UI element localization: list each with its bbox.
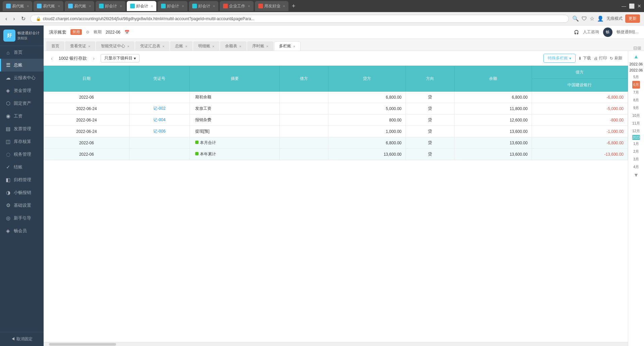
scroll-down-button[interactable]: ▼: [632, 171, 640, 180]
close-icon[interactable]: ✕: [637, 3, 641, 9]
month-item[interactable]: 2023: [632, 135, 640, 140]
tab-view-voucher[interactable]: 查看凭证 ×: [65, 41, 95, 51]
sidebar-item-assets[interactable]: ⬡ 固定资产: [0, 97, 44, 110]
voucher-link[interactable]: 记-002: [153, 106, 165, 111]
sidebar-item-invoice[interactable]: ▤ 发票管理: [0, 122, 44, 135]
sidebar-item-guide[interactable]: ◎ 新手引导: [0, 212, 44, 225]
tab-voucher-summary[interactable]: 凭证汇总表 ×: [135, 41, 169, 51]
calendar-icon[interactable]: 📅: [124, 30, 129, 35]
tab-close-multicolumn-ledger[interactable]: ×: [293, 44, 295, 48]
sidebar-item-archive[interactable]: ◧ 归档管理: [0, 174, 44, 186]
print-button[interactable]: 🖨 打印: [594, 55, 607, 61]
tab-close-5[interactable]: ×: [151, 4, 153, 8]
month-item[interactable]: 2月: [632, 148, 640, 155]
bookmark-icon[interactable]: ☆: [590, 15, 594, 22]
special-multicolumn-button[interactable]: 特殊多栏账 ▾: [543, 54, 576, 63]
scroll-up-button[interactable]: ▲: [632, 52, 640, 61]
tab-close-view-voucher[interactable]: ×: [88, 44, 90, 48]
back-button[interactable]: ‹: [4, 14, 8, 23]
tab-yonyou[interactable]: 用友好业 ×: [255, 1, 288, 11]
settings-gear-icon[interactable]: ⚙: [86, 30, 90, 35]
month-item[interactable]: 10月: [632, 112, 640, 119]
tab-haokuaiji-3[interactable]: 好会计 ×: [158, 1, 187, 11]
download-button[interactable]: ⬇ 下载: [578, 55, 591, 61]
refresh-button[interactable]: ↻ 刷新: [610, 55, 623, 61]
month-item[interactable]: 12月: [632, 127, 640, 135]
tab-close-general-ledger[interactable]: ×: [185, 44, 187, 48]
help-icon[interactable]: 🎧: [574, 30, 579, 35]
tab-haokuaiji-4[interactable]: 好会计 ×: [189, 1, 218, 11]
month-item[interactable]: 4月: [632, 163, 640, 171]
month-item[interactable]: 5月: [632, 73, 640, 81]
tab-close-3[interactable]: ×: [89, 4, 91, 8]
shield-icon[interactable]: 🛡: [582, 16, 587, 22]
expand-icon[interactable]: ⊞: [637, 45, 641, 51]
sidebar-item-expense[interactable]: ◑ 小畅报销: [0, 186, 44, 199]
tab-general-ledger[interactable]: 总账 ×: [170, 41, 192, 51]
month-item[interactable]: 6月: [632, 81, 640, 89]
tab-close-6[interactable]: ×: [182, 4, 184, 8]
sidebar-item-member[interactable]: ◈ 畅会员: [0, 225, 44, 237]
tab-haokuaiji-1[interactable]: 好会计 ×: [96, 1, 125, 11]
tab-detail-ledger[interactable]: 明细账 ×: [193, 41, 219, 51]
cell-voucher[interactable]: 记-006: [129, 126, 190, 137]
month-item[interactable]: 8月: [632, 96, 640, 104]
sidebar-item-ledger[interactable]: ☰ 总账: [0, 59, 44, 71]
horizontal-scrollbar[interactable]: [44, 342, 628, 346]
next-account-button[interactable]: ›: [91, 55, 97, 62]
sidebar-item-inventory[interactable]: ◫ 库存核算: [0, 135, 44, 148]
tab-yidaizhang-2[interactable]: 易代账 ×: [34, 1, 63, 11]
user-avatar[interactable]: 畅: [603, 28, 612, 37]
sidebar-item-settings[interactable]: ⚙ 基础设置: [0, 199, 44, 212]
tab-close-2[interactable]: ×: [58, 4, 60, 8]
tab-yidaizhang-3[interactable]: 易代账 ×: [65, 1, 94, 11]
url-input[interactable]: 🔒 cloud2.chanjet.com/accounting/uh26t264…: [30, 15, 569, 23]
tab-close-detail-ledger[interactable]: ×: [212, 44, 214, 48]
sidebar-item-home[interactable]: ⌂ 首页: [0, 46, 44, 59]
tab-close-4[interactable]: ×: [120, 4, 122, 8]
tab-home[interactable]: 首页: [46, 41, 64, 51]
cell-voucher[interactable]: 记-004: [129, 114, 190, 126]
month-item[interactable]: 3月: [632, 155, 640, 163]
month-item[interactable]: 1月: [632, 140, 640, 148]
sidebar-item-closing[interactable]: ✓ 结账: [0, 161, 44, 174]
sidebar-item-tax[interactable]: ◌ 税务管理: [0, 148, 44, 161]
tab-close-7[interactable]: ×: [213, 4, 215, 8]
collapse-icon[interactable]: ⊟: [633, 45, 637, 51]
maximize-icon[interactable]: ⬜: [629, 3, 635, 9]
sidebar-item-finance[interactable]: ◈ 资金管理: [0, 84, 44, 97]
sidebar-item-salary[interactable]: ◉ 工资: [0, 110, 44, 122]
new-tab-button[interactable]: +: [290, 3, 298, 10]
voucher-link[interactable]: 记-004: [153, 117, 165, 122]
filter-dropdown[interactable]: 只显示下级科目 ▾: [101, 54, 140, 62]
voucher-link[interactable]: 记-006: [153, 129, 165, 134]
tab-enterprise[interactable]: 企业工作 ×: [220, 1, 253, 11]
tab-close-smart-voucher[interactable]: ×: [127, 44, 129, 48]
tab-multicolumn-ledger[interactable]: 多栏账 ×: [274, 41, 300, 51]
help-label[interactable]: 人工咨询: [583, 29, 599, 35]
month-item[interactable]: 9月: [632, 104, 640, 112]
minimize-icon[interactable]: —: [622, 3, 626, 9]
tab-close-voucher-summary[interactable]: ×: [162, 44, 164, 48]
tab-close-balance[interactable]: ×: [239, 44, 241, 48]
tab-close-9[interactable]: ×: [283, 4, 285, 8]
tab-close-1[interactable]: ×: [27, 4, 29, 8]
forward-button[interactable]: ›: [12, 14, 16, 23]
profile-icon[interactable]: 👤: [597, 15, 604, 22]
tab-smart-voucher[interactable]: 智能凭证中心 ×: [96, 41, 134, 51]
scroll-thumb[interactable]: [49, 343, 116, 346]
sidebar-item-cloudreport[interactable]: ☁ 云报表中心: [0, 71, 44, 84]
month-item[interactable]: 11月: [632, 119, 640, 127]
tab-close-8[interactable]: ×: [248, 4, 250, 8]
search-icon[interactable]: 🔍: [572, 15, 579, 22]
tab-balance[interactable]: 余额表 ×: [220, 41, 246, 51]
cell-voucher[interactable]: 记-002: [129, 103, 190, 114]
reload-button[interactable]: ↻: [20, 14, 27, 23]
month-item[interactable]: 7月: [632, 89, 640, 96]
unpin-button[interactable]: ◀ 取消固定: [3, 335, 41, 343]
prev-account-button[interactable]: ‹: [49, 55, 55, 62]
update-button[interactable]: 更新: [625, 14, 640, 23]
tab-haokuaiji-2-active[interactable]: 好会计 ×: [127, 1, 156, 11]
tab-sequence-ledger[interactable]: 序时账 ×: [247, 41, 273, 51]
tab-yidaizhang-1[interactable]: 易代账 ×: [3, 1, 32, 11]
